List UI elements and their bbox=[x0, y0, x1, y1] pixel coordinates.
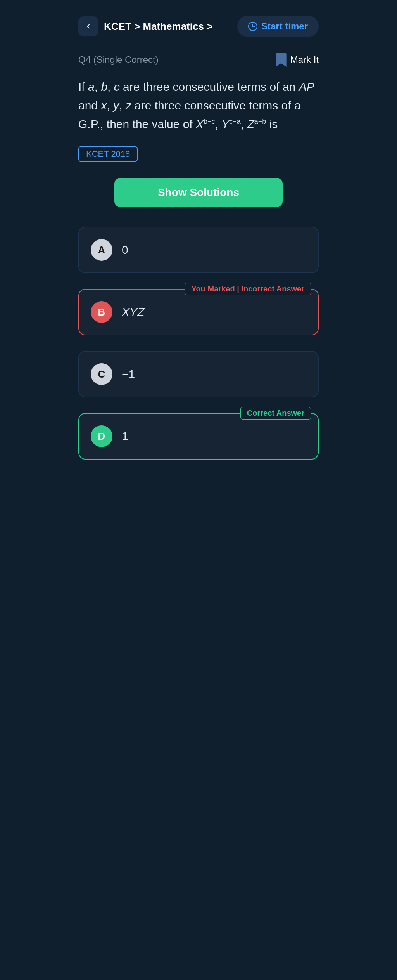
option-b-wrapper: You Marked | Incorrect Answer B XYZ bbox=[78, 289, 319, 335]
correct-answer-label: Correct Answer bbox=[240, 407, 311, 420]
option-c-badge: C bbox=[91, 363, 112, 385]
breadcrumb: KCET > Mathematics > bbox=[104, 21, 212, 33]
question-label: Q4 (Single Correct) bbox=[78, 54, 159, 65]
show-solutions-button[interactable]: Show Solutions bbox=[114, 178, 283, 207]
bookmark-icon bbox=[276, 53, 287, 67]
start-timer-label: Start timer bbox=[261, 21, 308, 32]
start-timer-button[interactable]: Start timer bbox=[237, 16, 319, 37]
question-meta: Q4 (Single Correct) Mark It bbox=[78, 53, 319, 67]
option-d-wrapper: Correct Answer D 1 bbox=[78, 413, 319, 460]
clock-icon bbox=[248, 22, 257, 31]
mark-it-label: Mark It bbox=[290, 54, 319, 65]
option-d-card[interactable]: D 1 bbox=[78, 413, 319, 460]
chevron-left-icon bbox=[85, 23, 92, 30]
option-c-wrapper: C −1 bbox=[78, 351, 319, 397]
option-b-text: XYZ bbox=[122, 305, 144, 319]
kcet-tag: KCET 2018 bbox=[78, 146, 138, 162]
option-a-card[interactable]: A 0 bbox=[78, 227, 319, 273]
mark-it-button[interactable]: Mark It bbox=[276, 53, 319, 67]
header: KCET > Mathematics > Start timer bbox=[78, 16, 319, 37]
option-c-text: −1 bbox=[122, 368, 135, 381]
option-a-wrapper: A 0 bbox=[78, 227, 319, 273]
option-a-text: 0 bbox=[122, 243, 128, 257]
option-a-badge: A bbox=[91, 239, 112, 261]
option-b-badge: B bbox=[91, 301, 112, 323]
question-body: If a, b, c are three consecutive terms o… bbox=[78, 78, 319, 134]
option-c-card[interactable]: C −1 bbox=[78, 351, 319, 397]
option-d-badge: D bbox=[91, 425, 112, 447]
option-b-card[interactable]: B XYZ bbox=[78, 289, 319, 335]
back-button[interactable] bbox=[78, 16, 98, 36]
header-left: KCET > Mathematics > bbox=[78, 16, 212, 36]
incorrect-answer-label: You Marked | Incorrect Answer bbox=[185, 283, 311, 295]
option-d-text: 1 bbox=[122, 430, 128, 443]
